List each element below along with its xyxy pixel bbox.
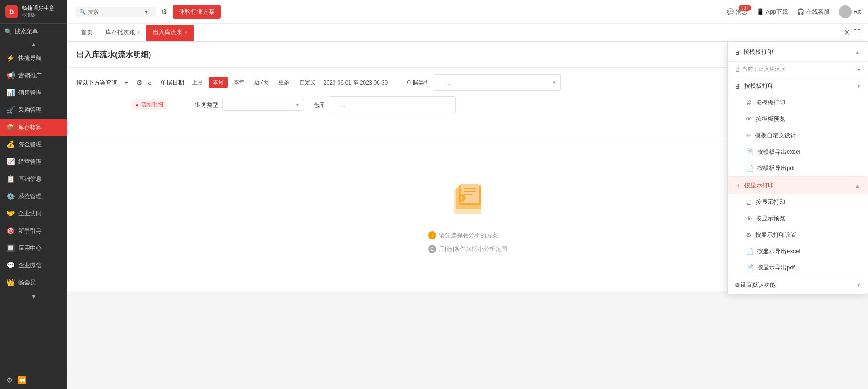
sidebar-item-wechat[interactable]: 💬 企业微信 — [0, 257, 67, 274]
sidebar-scroll-down[interactable]: ▼ — [0, 291, 67, 302]
selected-filter-tag[interactable]: ● 流水明细 — [131, 99, 168, 110]
sidebar-item-label: 企业协同 — [18, 209, 42, 218]
sidebar-item-label: 基础信息 — [18, 175, 42, 183]
panel-footer[interactable]: ⚙ 设置默认功能 ▾ — [728, 276, 868, 294]
template-print-item[interactable]: 🖨 按模板打印 — [728, 95, 868, 111]
sidebar-item-member[interactable]: 👑 畅会员 — [0, 274, 67, 291]
sidebar-item-marketing[interactable]: 📢 营销推广 — [0, 67, 67, 84]
sidebar-item-label: 经营管理 — [18, 158, 42, 166]
filter-settings-icon[interactable]: ⚙ — [135, 79, 144, 87]
template-custom-label: 模板自定义设计 — [755, 131, 796, 140]
display-export-pdf-item[interactable]: 📄 按显示导出pdf — [728, 259, 868, 276]
sidebar-item-collab[interactable]: 🤝 企业协同 — [0, 205, 67, 222]
panel-current-section: 🖨 当前：出入库流水 ▾ — [728, 62, 868, 77]
sidebar-search[interactable]: 🔍 搜索菜单 — [0, 24, 67, 39]
display-print-settings-item[interactable]: ⚙ 按显示打印设置 — [728, 227, 868, 243]
filter-business-select[interactable]: ▾ — [222, 99, 304, 111]
template-preview-item[interactable]: 👁 按模板预览 — [728, 111, 868, 127]
app-logo-icon: b — [5, 5, 18, 18]
filter-section-label: 按以下方案查询 + ⚙ « — [76, 79, 151, 87]
display-submenu: 🖨 按显示打印 👁 按显示预览 ⚙ 按显示打印设置 📄 按显示导出excel 📄… — [728, 194, 868, 276]
sidebar-item-operation[interactable]: 📈 经营管理 — [0, 153, 67, 170]
panel-print-icon: 🖨 — [735, 49, 741, 55]
tabs-bar: 首页 库存批次账 × 出入库流水 × ✕ ⛶ — [67, 24, 868, 42]
template-export-pdf-item[interactable]: 📄 按模板导出pdf — [728, 160, 868, 176]
empty-hints: 1 请先选择要分析的方案 2 用[选]条件来缩小分析范围 — [428, 230, 507, 254]
tab-flow-close[interactable]: × — [184, 29, 187, 35]
sidebar-item-sales[interactable]: 📊 销售管理 — [0, 84, 67, 101]
filter-type-arrow: ▾ — [553, 79, 556, 86]
date-btn-this-year[interactable]: 本年 — [229, 77, 249, 88]
tab-home[interactable]: 首页 — [75, 25, 99, 41]
panel-template-header[interactable]: 🖨 按模板打印 ▾ — [728, 77, 868, 95]
settings-icon: ⚙ — [6, 376, 13, 384]
filter-add-button[interactable]: + — [121, 79, 131, 87]
display-preview-item[interactable]: 👁 按显示预览 — [728, 210, 868, 227]
filter-type-more[interactable]: … — [441, 77, 454, 88]
filter-warehouse-section: 仓库 … — [313, 96, 456, 113]
display-print-item[interactable]: 🖨 按显示打印 — [728, 194, 868, 210]
sidebar-item-inventory[interactable]: 📦 库存核算 — [0, 119, 67, 136]
filter-business-arrow: ▾ — [296, 101, 299, 108]
sidebar-item-label: 销售管理 — [18, 89, 42, 97]
topbar-gear-icon[interactable]: ⚙ — [161, 7, 167, 16]
filter-type-select[interactable]: … ▾ — [434, 74, 561, 91]
sidebar-item-purchase[interactable]: 🛒 采购管理 — [0, 101, 67, 119]
app-download-button[interactable]: 📱 App下载 — [757, 8, 788, 16]
industry-solution-button[interactable]: 体验行业方案 — [173, 5, 221, 19]
display-section-arrow: ▲ — [854, 182, 860, 189]
date-btn-more[interactable]: 更多 — [274, 77, 294, 88]
marketing-icon: 📢 — [6, 71, 15, 80]
sidebar-item-basic[interactable]: 📋 基础信息 — [0, 170, 67, 188]
sidebar-scroll-up[interactable]: ▲ — [0, 39, 67, 50]
tab-batch-account[interactable]: 库存批次账 × — [99, 25, 146, 41]
date-btn-this-month[interactable]: 本月 — [209, 77, 228, 88]
sidebar-item-guide[interactable]: 🎯 新手引导 — [0, 222, 67, 239]
template-print-item-icon: 🖨 — [746, 99, 752, 106]
search-dropdown-icon[interactable]: ▾ — [145, 9, 148, 15]
search-input[interactable] — [88, 9, 142, 15]
sidebar: b 畅捷通好生意 标准版 🔍 搜索菜单 ▲ ⚡ 快捷导航 📢 营销推广 📊 销售… — [0, 0, 67, 389]
message-button[interactable]: 💬 消息 99+ — [727, 8, 748, 16]
date-btn-7days[interactable]: 近7天 — [250, 77, 273, 88]
excel-icon-2: 📄 — [746, 248, 753, 255]
display-export-excel-item[interactable]: 📄 按显示导出excel — [728, 243, 868, 259]
tab-batch-account-label: 库存批次账 — [105, 28, 135, 36]
panel-collapse-icon[interactable]: ▲ — [854, 49, 860, 55]
date-btn-last-month[interactable]: 上月 — [188, 77, 207, 88]
panel-display-header[interactable]: 🖨 按显示打印 ▲ — [728, 177, 868, 194]
sidebar-item-apps[interactable]: 🔲 应用中心 — [0, 239, 67, 257]
user-avatar[interactable]: Rit — [839, 5, 861, 18]
sidebar-bottom[interactable]: ⚙ ⏪ — [0, 371, 67, 389]
display-print-item-label: 按显示打印 — [756, 198, 785, 206]
tab-fullscreen-icon[interactable]: ⛶ — [853, 29, 861, 37]
sidebar-search-label: 搜索菜单 — [15, 27, 38, 35]
date-btn-custom[interactable]: 自定义 — [295, 77, 320, 88]
template-preview-label: 按模板预览 — [756, 115, 785, 123]
wechat-icon: 💬 — [6, 261, 15, 269]
template-print-icon: 🖨 — [735, 83, 741, 90]
current-arrow[interactable]: ▾ — [858, 66, 860, 73]
sidebar-item-system[interactable]: ⚙️ 系统管理 — [0, 188, 67, 205]
panel-title: 按模板打印 — [743, 48, 773, 56]
display-print-settings-label: 按显示打印设置 — [755, 231, 797, 239]
topbar-search-box[interactable]: 🔍 ▾ — [75, 7, 156, 17]
sidebar-item-label: 快捷导航 — [18, 54, 42, 62]
tab-flow[interactable]: 出入库流水 × — [146, 25, 194, 41]
sidebar-item-finance[interactable]: 💰 资金管理 — [0, 136, 67, 153]
basic-icon: 📋 — [6, 175, 15, 183]
display-export-excel-label: 按显示导出excel — [757, 247, 800, 255]
sidebar-item-label: 企业微信 — [18, 261, 42, 269]
filter-warehouse-more[interactable]: … — [336, 99, 349, 110]
display-preview-label: 按显示预览 — [756, 214, 785, 223]
template-custom-item[interactable]: ✏ 模板自定义设计 — [728, 127, 868, 144]
filter-warehouse-select[interactable]: … — [329, 96, 456, 113]
user-name: Rit — [853, 8, 861, 15]
online-service-button[interactable]: 🎧 在线客服 — [797, 8, 830, 16]
template-export-excel-label: 按模板导出excel — [757, 148, 800, 156]
tab-batch-account-close[interactable]: × — [137, 29, 140, 35]
filter-collapse-icon[interactable]: « — [148, 79, 151, 86]
tab-close-all-icon[interactable]: ✕ — [844, 28, 850, 37]
sidebar-item-quick-nav[interactable]: ⚡ 快捷导航 — [0, 50, 67, 67]
template-export-excel-item[interactable]: 📄 按模板导出excel — [728, 144, 868, 160]
